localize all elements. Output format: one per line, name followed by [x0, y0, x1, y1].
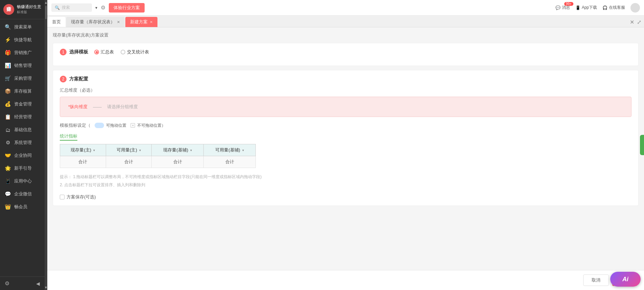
dimension-box[interactable]: *纵向维度 —— 请选择分组维度	[60, 97, 631, 117]
tab-bar: 首页 现存量（库存状况表） ✕ 新建方案 ✕ ✕ ⤢	[47, 16, 644, 27]
sidebar-label-basic-info: 基础信息	[14, 127, 32, 133]
radio-summary-label: 汇总表	[101, 49, 114, 55]
col-header-1[interactable]: 现存量(主) ▾	[60, 144, 106, 156]
radio-crosstab-indicator	[121, 50, 125, 54]
online-service-item[interactable]: 🎧 在线客服	[602, 5, 625, 10]
col-header-3[interactable]: 现存量(基辅) ▾	[152, 144, 204, 156]
template-radio-group: 汇总表 交叉统计表	[94, 49, 631, 55]
col-header-2[interactable]: 可用量(主) ▾	[106, 144, 152, 156]
online-service-label: 在线客服	[609, 5, 625, 10]
step2-badge: 2	[60, 76, 67, 82]
toggle-non-draggable-label: 不可拖动位置）	[137, 123, 166, 128]
save-option-label: 方案保存(可选)	[67, 194, 96, 200]
tab-home[interactable]: 首页	[47, 17, 66, 27]
col-chevron-1: ▾	[93, 148, 95, 152]
step2-title: 方案配置	[69, 76, 88, 82]
col-header-4-label: 可用量(基辅)	[215, 147, 240, 153]
member-icon: 👑	[5, 204, 11, 210]
sidebar-item-marketing[interactable]: 🎁 营销推广	[0, 46, 45, 59]
sidebar-label-sales: 销售管理	[14, 63, 32, 69]
right-floating-bar[interactable]	[640, 135, 644, 155]
ai-float-button[interactable]: Ai	[610, 272, 641, 287]
dimension-placeholder: 请选择分组维度	[107, 104, 138, 110]
sidebar-item-system[interactable]: ⚙ 系统管理	[0, 136, 45, 149]
message-item[interactable]: 💬 消息 99+	[555, 5, 570, 10]
step1-badge: 1	[60, 49, 67, 55]
tab-new-plan[interactable]: 新建方案 ✕	[125, 17, 157, 27]
stats-section: 统计指标 现存量(主) ▾	[60, 133, 631, 168]
sidebar-label-enterprise: 企业协同	[14, 152, 32, 159]
tab-inventory[interactable]: 现存量（库存状况表） ✕	[66, 17, 125, 27]
sidebar-label-app-center: 应用中心	[14, 178, 32, 184]
radio-summary-indicator	[94, 50, 99, 54]
search-bar[interactable]: 🔍 搜索	[51, 3, 92, 12]
sidebar-item-basic-info[interactable]: 🗂 基础信息	[0, 123, 45, 136]
tab-new-plan-label: 新建方案	[130, 19, 148, 25]
gear-icon[interactable]: ⚙	[101, 4, 105, 11]
cancel-button[interactable]: 取消	[583, 274, 609, 286]
action-bar: 取消 查询	[47, 270, 644, 290]
sidebar-item-wechat[interactable]: 💬 企业微信	[0, 188, 45, 200]
app-download-label: App下载	[582, 5, 597, 10]
sidebar-label-purchase: 采购管理	[14, 75, 32, 81]
industry-plan-button[interactable]: 体验行业方案	[109, 3, 145, 13]
topbar-right: 💬 消息 99+ 📱 App下载 🎧 在线客服	[555, 3, 640, 13]
settings-icon[interactable]: ⚙	[5, 280, 9, 287]
tab-new-plan-close[interactable]: ✕	[150, 20, 153, 24]
main-area: 🔍 搜索 ▾ ⚙ 体验行业方案 💬 消息 99+ 📱 App下载 🎧 在线客服	[47, 0, 644, 290]
sidebar-item-operations[interactable]: 📋 经营管理	[0, 111, 45, 123]
hint-1: 提示： 1.拖动标题栏可以调整布局，不可跨维度或指标区域拖动栏目字段(只能在同一…	[60, 173, 631, 181]
quick-nav-icon: ⚡	[5, 37, 11, 43]
col-header-4[interactable]: 可用量(基辅) ▾	[204, 144, 256, 156]
sidebar-item-member[interactable]: 👑 畅会员	[0, 200, 45, 213]
sidebar-label-wechat: 企业微信	[14, 191, 32, 197]
indicators-label-text: 模板指标设定（	[60, 122, 91, 128]
tab-expand-button[interactable]: ⤢	[637, 19, 641, 25]
operations-icon: 📋	[5, 114, 11, 120]
tab-actions: ✕ ⤢	[630, 17, 644, 27]
stats-label: 统计指标	[60, 133, 77, 141]
enterprise-icon: 🤝	[5, 152, 11, 159]
sidebar-label-member: 畅会员	[14, 204, 27, 210]
sidebar-header: 赚 畅赚通好生意 标准版	[0, 0, 45, 19]
sidebar-item-quick-nav[interactable]: ⚡ 快捷导航	[0, 33, 45, 46]
col-header-1-label: 现存量(主)	[71, 147, 91, 153]
sidebar-item-new-guide[interactable]: 🌟 新手引导	[0, 162, 45, 175]
app-download-item[interactable]: 📱 App下载	[575, 5, 597, 10]
sidebar-item-finance[interactable]: 💰 资金管理	[0, 98, 45, 111]
col-header-2-label: 可用量(主)	[117, 147, 137, 153]
sidebar-label-operations: 经营管理	[14, 114, 32, 120]
col-summary-3: 合计	[152, 156, 204, 168]
col-chevron-3: ▾	[190, 148, 192, 152]
user-avatar[interactable]	[630, 3, 640, 13]
col-header-3-label: 现存量(基辅)	[163, 147, 188, 153]
tab-close-window-button[interactable]: ✕	[630, 19, 634, 25]
collapse-icon[interactable]: ◀	[36, 281, 40, 286]
sidebar-label-new-guide: 新手引导	[14, 165, 32, 171]
col-summary-2: 合计	[106, 156, 152, 168]
topbar-dropdown[interactable]: ▾	[95, 5, 97, 10]
sidebar-item-search[interactable]: 🔍 搜索菜单	[0, 21, 45, 33]
sidebar-item-sales[interactable]: 📊 销售管理	[0, 59, 45, 72]
tab-inventory-close[interactable]: ✕	[117, 20, 120, 24]
step1-title: 选择模板	[69, 49, 88, 55]
sidebar-item-purchase[interactable]: 🛒 采购管理	[0, 72, 45, 85]
toggle-non-draggable: 不可拖动位置）	[130, 123, 166, 128]
toggle-draggable-box[interactable]	[95, 123, 104, 128]
sidebar-item-app-center[interactable]: 📱 应用中心	[0, 175, 45, 188]
dimension-arrow: ——	[93, 104, 102, 110]
stats-table: 现存量(主) ▾ 可用量(主) ▾	[60, 144, 256, 168]
sidebar-item-enterprise[interactable]: 🤝 企业协同	[0, 149, 45, 162]
search-icon: 🔍	[55, 5, 60, 10]
stats-table-header-row: 现存量(主) ▾ 可用量(主) ▾	[60, 144, 256, 156]
radio-summary[interactable]: 汇总表	[94, 49, 114, 55]
save-checkbox[interactable]	[60, 195, 65, 199]
step1-header: 1 选择模板 汇总表 交叉统计表	[60, 49, 631, 55]
scroll-thumb	[45, 6, 47, 19]
hints: 提示： 1.拖动标题栏可以调整布局，不可跨维度或指标区域拖动栏目字段(只能在同一…	[60, 173, 631, 189]
sidebar-item-inventory-mgr[interactable]: 📦 库存核算	[0, 85, 45, 98]
sidebar-label-system: 系统管理	[14, 140, 32, 146]
radio-crosstab[interactable]: 交叉统计表	[121, 49, 149, 55]
basic-info-icon: 🗂	[5, 127, 11, 133]
section-plan-config: 2 方案配置 汇总维度（必选） *纵向维度 —— 请选择分组维度 模板指标设定（…	[53, 70, 639, 206]
